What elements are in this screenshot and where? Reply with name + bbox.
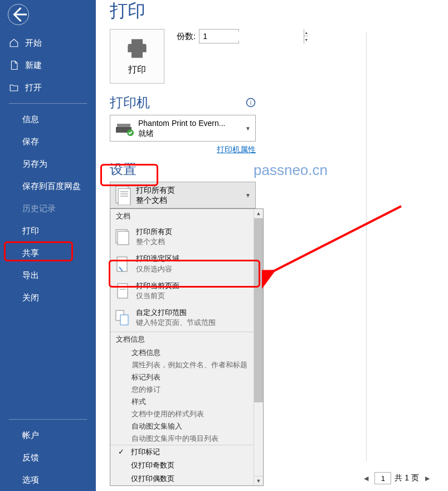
nav-share[interactable]: 共享 — [0, 242, 96, 264]
range-title: 打印所有页 — [136, 185, 241, 195]
folder-icon — [9, 82, 19, 93]
divider — [9, 103, 87, 104]
option-custom-range[interactable]: 自定义打印范围键入特定页面、节或范围 — [110, 304, 263, 331]
checkmark-icon: ✓ — [118, 448, 124, 456]
printer-icon — [126, 37, 148, 60]
nav-label: 反馈 — [22, 453, 39, 463]
divider — [9, 419, 87, 420]
copies-spin-up[interactable]: ▲ — [304, 29, 308, 36]
print-button[interactable]: 打印 — [110, 29, 164, 84]
nav-label: 新建 — [25, 60, 42, 71]
nav-new[interactable]: 新建 — [0, 54, 96, 76]
copies-label: 份数: — [177, 31, 196, 42]
copies-field[interactable] — [199, 32, 304, 41]
nav-label: 打印 — [22, 226, 39, 236]
page-title: 打印 — [110, 0, 448, 23]
svg-rect-11 — [118, 284, 128, 298]
chevron-down-icon: ▼ — [245, 192, 251, 198]
nav-label: 历史记录 — [22, 203, 56, 214]
option-styles-sub: 文档中使用的样式列表 — [110, 408, 263, 420]
option-autotext[interactable]: 自动图文集输入 — [110, 420, 263, 432]
copies-input[interactable]: ▲ ▼ — [199, 29, 239, 43]
svg-text:i: i — [250, 99, 251, 106]
dropdown-section-docinfo: 文档信息 — [110, 332, 263, 347]
document-icon — [115, 229, 130, 245]
nav-history: 历史记录 — [0, 197, 96, 220]
option-print-selection[interactable]: 打印选定区域仅所选内容 — [110, 250, 263, 277]
svg-rect-10 — [117, 257, 127, 271]
option-print-marks[interactable]: ✓打印标记 — [110, 445, 263, 459]
printer-properties-link[interactable]: 打印机属性 — [110, 145, 256, 155]
document-cursor-icon — [115, 256, 130, 273]
option-docinfo[interactable]: 文档信息 — [110, 347, 263, 359]
nav-export[interactable]: 导出 — [0, 264, 96, 286]
nav-label: 关闭 — [22, 293, 39, 303]
svg-rect-4 — [118, 188, 130, 205]
option-styles[interactable]: 样式 — [110, 396, 263, 408]
scroll-down-button[interactable]: ▼ — [254, 476, 263, 485]
nav-close[interactable]: 关闭 — [0, 286, 96, 309]
option-print-current-page[interactable]: 打印当前页面仅当前页 — [110, 278, 263, 304]
print-range-selector[interactable]: 打印所有页 整个文档 ▼ — [110, 182, 256, 208]
document-icon — [115, 283, 130, 299]
dropdown-scrollbar[interactable]: ▲ ▼ — [254, 209, 263, 485]
print-preview-area — [366, 32, 448, 461]
printer-status: 就绪 — [138, 128, 245, 138]
option-docinfo-sub: 属性列表，例如文件名、作者和标题 — [110, 359, 263, 371]
nav-open[interactable]: 打开 — [0, 76, 96, 99]
scroll-up-button[interactable]: ▲ — [254, 209, 263, 218]
nav-label: 开始 — [25, 38, 42, 48]
nav-label: 保存 — [22, 137, 39, 147]
nav-home[interactable]: 开始 — [0, 32, 96, 54]
scroll-thumb[interactable] — [254, 218, 263, 402]
nav-saveas[interactable]: 另存为 — [0, 153, 96, 175]
nav-save[interactable]: 保存 — [0, 130, 96, 153]
page-prev-button[interactable]: ◀ — [361, 473, 371, 484]
nav-label: 信息 — [22, 114, 39, 125]
nav-print[interactable]: 打印 — [0, 220, 96, 242]
nav-label: 另存为 — [22, 159, 47, 169]
printer-status-icon — [115, 120, 135, 136]
dropdown-section-doc: 文档 — [110, 209, 263, 223]
option-even-pages[interactable]: 仅打印偶数页 — [110, 472, 263, 485]
page-number-input[interactable] — [374, 472, 391, 484]
option-odd-pages[interactable]: 仅打印奇数页 — [110, 459, 263, 472]
option-marks-list[interactable]: 标记列表 — [110, 371, 263, 383]
nav-options[interactable]: 选项 — [0, 469, 96, 491]
back-button[interactable] — [8, 4, 29, 25]
nav-label: 导出 — [22, 270, 39, 281]
page-total-label: 共 1 页 — [395, 473, 419, 483]
page-next-button[interactable]: ▶ — [422, 473, 432, 484]
document-icon — [115, 185, 132, 205]
page-navigator: ◀ 共 1 页 ▶ — [361, 472, 432, 484]
printer-selector[interactable]: Phantom Print to Evern... 就绪 ▼ — [110, 115, 256, 142]
printer-name: Phantom Print to Evern... — [138, 118, 245, 128]
option-revisions-sub: 您的修订 — [110, 383, 263, 396]
document-range-icon — [115, 309, 130, 326]
print-button-label: 打印 — [128, 64, 146, 76]
svg-rect-9 — [118, 231, 129, 245]
svg-rect-15 — [120, 315, 128, 325]
copies-spin-down[interactable]: ▼ — [304, 36, 308, 43]
option-autotext-sub: 自动图文集库中的项目列表 — [110, 432, 263, 445]
nav-feedback[interactable]: 反馈 — [0, 446, 96, 469]
nav-info[interactable]: 信息 — [0, 108, 96, 130]
print-range-dropdown: ▲ ▼ 文档 打印所有页整个文档 打印选定区域仅所选内容 打印当前页面仅当前页 … — [110, 208, 264, 486]
nav-savebaidu[interactable]: 保存到百度网盘 — [0, 175, 96, 197]
print-backstage-main: 打印 打印 份数: ▲ ▼ 打印机 i — [96, 0, 448, 491]
backstage-sidebar: 开始 新建 打开 信息 保存 另存为 保存到百度网盘 历史记录 打印 共享 导出… — [0, 0, 96, 491]
nav-label: 共享 — [22, 248, 39, 259]
home-icon — [9, 38, 19, 48]
nav-label: 打开 — [25, 82, 42, 93]
nav-account[interactable]: 帐户 — [0, 424, 96, 446]
watermark: passneo.cn — [254, 162, 328, 179]
file-icon — [9, 60, 19, 70]
info-icon[interactable]: i — [246, 98, 256, 108]
printer-section-label: 打印机 i — [110, 94, 256, 111]
range-sub: 整个文档 — [136, 195, 241, 205]
nav-label: 保存到百度网盘 — [22, 181, 81, 192]
option-print-all-pages[interactable]: 打印所有页整个文档 — [110, 223, 263, 250]
chevron-down-icon: ▼ — [245, 125, 251, 132]
nav-label: 帐户 — [22, 430, 39, 441]
nav-label: 选项 — [22, 475, 39, 485]
